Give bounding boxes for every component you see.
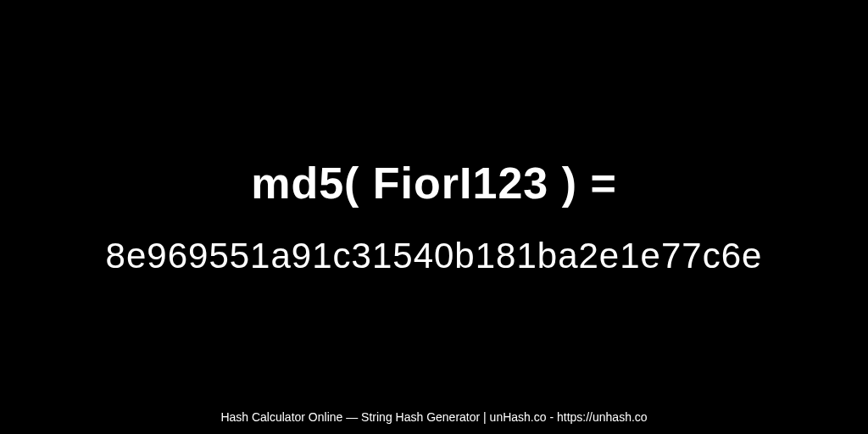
hash-result: 8e969551a91c31540b181ba2e1e77c6e <box>106 236 763 276</box>
footer-text: Hash Calculator Online — String Hash Gen… <box>0 410 868 424</box>
hash-expression: md5( FiorI123 ) = <box>251 158 617 209</box>
hash-display: md5( FiorI123 ) = 8e969551a91c31540b181b… <box>106 0 763 434</box>
